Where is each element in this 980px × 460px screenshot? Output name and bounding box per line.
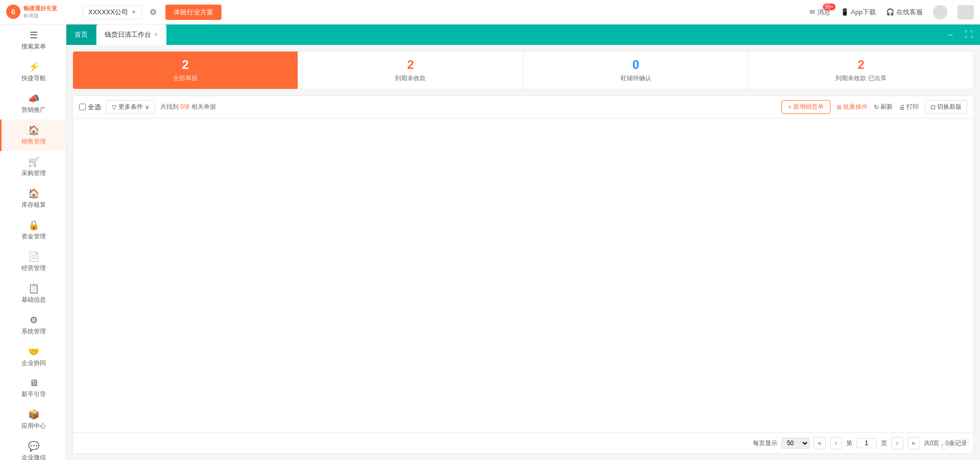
company-selector[interactable]: XXXXXX公司 ▼	[83, 5, 142, 19]
download-icon: 📱	[841, 8, 849, 16]
batch-icon: ⊞	[837, 104, 842, 111]
sidebar-item-wechat[interactable]: 💬 企业微信	[0, 435, 66, 460]
logo-area: 6 畅捷通好生意 标准版	[6, 5, 72, 19]
sidebar-label-purchase: 采购管理	[21, 169, 46, 178]
per-page-label: 每页显示	[753, 439, 777, 448]
active-tab-label: 钱货日清工作台	[105, 30, 151, 39]
sidebar-item-guide[interactable]: 🖥 新手引导	[0, 373, 66, 404]
stat-card-wangfu[interactable]: 0 旺辅待确认	[524, 52, 749, 89]
switch-version-button[interactable]: ⊡ 切换新版	[925, 100, 967, 114]
tab-maximize-button[interactable]: ⛶	[962, 28, 976, 42]
sidebar-item-sales[interactable]: 🏠 销售管理	[0, 119, 66, 151]
company-name: XXXXXX公司	[88, 8, 128, 17]
header-right: ✉ 消息 99+ 📱 App下载 🎧 在线客服	[810, 5, 974, 19]
user-menu[interactable]	[958, 5, 974, 19]
tab-minimize-button[interactable]: –	[943, 28, 958, 42]
logo-name: 畅捷通好生意	[23, 5, 57, 12]
inventory-icon: 🏠	[28, 188, 39, 199]
service-icon: 🎧	[886, 8, 894, 16]
filter-button[interactable]: ▽ 更多条件 ∨	[106, 100, 155, 114]
toolbar-right: + 新增销货单 ⊞ 批量操作 ↻ 刷新 🖨 打印	[781, 100, 967, 114]
first-page-button[interactable]: «	[814, 437, 826, 449]
tab-close-icon[interactable]: ×	[154, 31, 158, 38]
sidebar-item-cooperation[interactable]: 🤝 企业协同	[0, 341, 66, 373]
sidebar-item-search-menu[interactable]: ☰ 搜索菜单	[0, 25, 66, 56]
purchase-icon: 🛒	[28, 156, 39, 167]
page-body: 2 全部单据 2 到期未收款 0 旺辅待确认 2 到期未收款 已出库	[66, 45, 980, 460]
tab-home[interactable]: 首页	[66, 25, 96, 45]
message-badge: 99+	[823, 4, 836, 10]
sidebar-item-operations[interactable]: 📄 经营管理	[0, 246, 66, 278]
main-content: 首页 钱货日清工作台 × – ⛶ 2 全部单据 2 到期未收款	[66, 25, 980, 460]
stat-num-overdue: 2	[407, 58, 414, 72]
top-header: 6 畅捷通好生意 标准版 XXXXXX公司 ▼ ⚙ 体验行业方案 ✉ 消息 99…	[0, 0, 980, 25]
stat-label-shipped: 到期未收款 已出库	[836, 74, 886, 83]
sidebar-item-purchase[interactable]: 🛒 采购管理	[0, 151, 66, 183]
select-all-area[interactable]: 全选	[79, 103, 101, 112]
sales-icon: 🏠	[28, 125, 39, 136]
sidebar-label-operations: 经营管理	[21, 264, 46, 273]
trial-button[interactable]: 体验行业方案	[165, 5, 222, 20]
logo-icon: 6	[6, 5, 20, 19]
table-area: 每页显示 10 20 50 100 « ‹ 第 页 › » 共0页，0条记录	[72, 118, 974, 454]
sidebar-label-basics: 基础信息	[21, 296, 46, 304]
found-prefix: 共找到	[160, 103, 179, 110]
sidebar: ☰ 搜索菜单 ⚡ 快捷导航 📣 营销推广 🏠 销售管理 🛒 采购管理 🏠 库存核…	[0, 25, 66, 460]
found-text: 共找到 0张 相关单据	[160, 103, 216, 111]
sidebar-item-app-center[interactable]: 📦 应用中心	[0, 404, 66, 435]
stat-card-overdue[interactable]: 2 到期未收款	[298, 52, 523, 89]
stats-row: 2 全部单据 2 到期未收款 0 旺辅待确认 2 到期未收款 已出库	[72, 51, 974, 89]
tab-bar: 首页 钱货日清工作台 × – ⛶	[66, 25, 980, 45]
select-all-label: 全选	[88, 103, 101, 112]
add-sale-order-button[interactable]: + 新增销货单	[781, 100, 830, 114]
logo-text-group: 畅捷通好生意 标准版	[23, 5, 57, 19]
message-button[interactable]: ✉ 消息 99+	[810, 8, 830, 17]
app-download-label: App下载	[851, 8, 876, 17]
sidebar-item-system[interactable]: ⚙ 系统管理	[0, 309, 66, 341]
lightning-icon: ⚡	[28, 61, 39, 72]
avatar[interactable]	[933, 5, 947, 19]
print-button[interactable]: 🖨 打印	[899, 103, 919, 111]
page-suffix: 页	[881, 439, 887, 448]
finance-icon: 🔒	[28, 220, 39, 231]
message-icon: ✉	[810, 8, 815, 16]
stat-card-shipped[interactable]: 2 到期未收款 已出库	[749, 52, 973, 89]
switch-label: 切换新版	[937, 103, 962, 111]
guide-icon: 🖥	[29, 378, 38, 389]
sidebar-label-guide: 新手引导	[21, 390, 46, 399]
tab-active[interactable]: 钱货日清工作台 ×	[96, 25, 166, 45]
next-page-button[interactable]: ›	[891, 437, 903, 449]
print-label: 打印	[906, 103, 919, 111]
last-page-button[interactable]: »	[908, 437, 920, 449]
add-icon: +	[788, 104, 792, 111]
megaphone-icon: 📣	[28, 93, 39, 104]
logo-sub: 标准版	[23, 12, 57, 19]
select-all-checkbox[interactable]	[79, 104, 86, 110]
settings-button[interactable]: ⚙	[146, 5, 160, 19]
menu-icon: ☰	[30, 30, 38, 41]
batch-label: 批量操作	[843, 103, 868, 111]
sidebar-item-inventory[interactable]: 🏠 库存核算	[0, 183, 66, 214]
refresh-label: 刷新	[880, 103, 893, 111]
stat-card-all[interactable]: 2 全部单据	[73, 52, 298, 89]
sidebar-item-marketing[interactable]: 📣 营销推广	[0, 88, 66, 119]
sidebar-item-quick-nav[interactable]: ⚡ 快捷导航	[0, 56, 66, 88]
batch-operation-button[interactable]: ⊞ 批量操作	[837, 103, 868, 111]
sidebar-label-search-menu: 搜索菜单	[21, 42, 46, 51]
stat-label-overdue: 到期未收款	[395, 74, 426, 83]
refresh-button[interactable]: ↻ 刷新	[874, 103, 893, 111]
online-service-button[interactable]: 🎧 在线客服	[886, 8, 923, 17]
switch-icon: ⊡	[930, 104, 936, 111]
main-layout: ☰ 搜索菜单 ⚡ 快捷导航 📣 营销推广 🏠 销售管理 🛒 采购管理 🏠 库存核…	[0, 25, 980, 460]
per-page-select[interactable]: 10 20 50 100	[781, 438, 810, 449]
filter-icon: ▽	[112, 104, 116, 111]
system-icon: ⚙	[30, 314, 38, 326]
prev-page-button[interactable]: ‹	[830, 437, 842, 449]
sidebar-item-basics[interactable]: 📋 基础信息	[0, 278, 66, 309]
chevron-down-icon: ▼	[131, 9, 136, 15]
sidebar-label-sales: 销售管理	[21, 137, 46, 146]
page-number-input[interactable]	[856, 438, 877, 448]
sidebar-item-finance[interactable]: 🔒 资金管理	[0, 214, 66, 246]
app-download-button[interactable]: 📱 App下载	[841, 8, 876, 17]
app-center-icon: 📦	[28, 409, 39, 420]
